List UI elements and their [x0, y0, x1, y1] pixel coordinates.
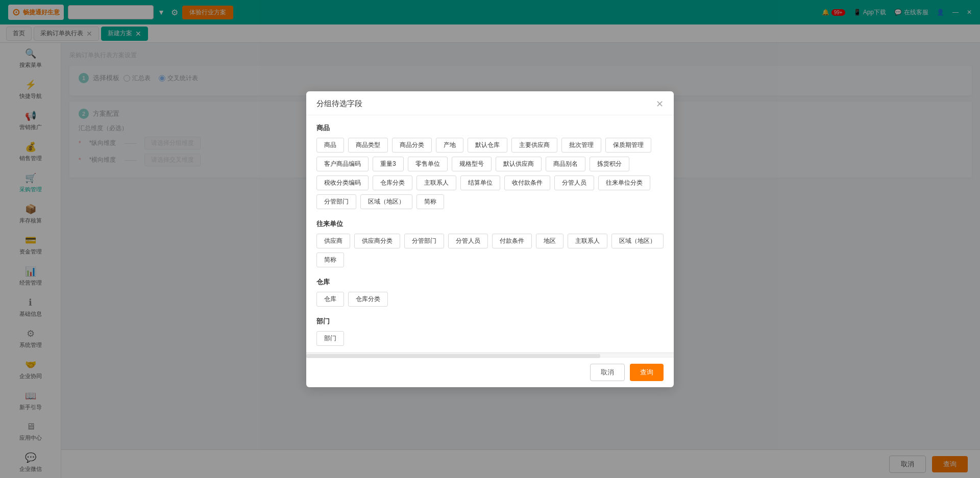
modal-overlay: 分组待选字段 ✕ 商品 商品 商品类型 商品分类 产地 默认仓库 主要供应商 批… — [0, 0, 980, 478]
field-product-category[interactable]: 商品分类 — [392, 138, 432, 153]
field-settlement-unit[interactable]: 结算单位 — [460, 175, 500, 190]
field-partner-region[interactable]: 区域（地区） — [611, 234, 664, 248]
field-abbr-product[interactable]: 简称 — [416, 194, 444, 209]
field-partner-category[interactable]: 往来单位分类 — [598, 175, 650, 190]
section-warehouse: 仓库 仓库 仓库分类 — [316, 278, 664, 307]
field-main-supplier[interactable]: 主要供应商 — [511, 138, 557, 153]
field-dept[interactable]: 分管部门 — [316, 194, 356, 209]
warehouse-fields: 仓库 仓库分类 — [316, 292, 664, 307]
partner-fields: 供应商 供应商分类 分管部门 分管人员 付款条件 地区 主联系人 区域（地区） … — [316, 234, 664, 267]
field-spec-model[interactable]: 规格型号 — [452, 157, 492, 171]
field-supplier-category[interactable]: 供应商分类 — [354, 234, 400, 248]
field-partner-person[interactable]: 分管人员 — [448, 234, 488, 248]
field-weight3[interactable]: 重量3 — [373, 157, 404, 171]
field-supervisor[interactable]: 分管人员 — [554, 175, 594, 190]
field-default-warehouse[interactable]: 默认仓库 — [468, 138, 507, 153]
field-tax-code[interactable]: 税收分类编码 — [316, 175, 369, 190]
field-area[interactable]: 地区 — [536, 234, 564, 248]
modal-body[interactable]: 商品 商品 商品类型 商品分类 产地 默认仓库 主要供应商 批次管理 保质期管理… — [306, 115, 674, 353]
modal-close-btn[interactable]: ✕ — [656, 98, 664, 110]
section-partner-title: 往来单位 — [316, 219, 664, 229]
section-dept: 部门 部门 — [316, 317, 664, 346]
field-pick-score[interactable]: 拣货积分 — [590, 157, 629, 171]
field-warehouse-category[interactable]: 仓库分类 — [373, 175, 412, 190]
section-partner: 往来单位 供应商 供应商分类 分管部门 分管人员 付款条件 地区 主联系人 区域… — [316, 219, 664, 267]
dept-fields: 部门 — [316, 331, 664, 346]
field-main-contact[interactable]: 主联系人 — [416, 175, 456, 190]
field-payment-condition[interactable]: 收付款条件 — [504, 175, 550, 190]
field-customer-code[interactable]: 客户商品编码 — [316, 157, 369, 171]
section-product: 商品 商品 商品类型 商品分类 产地 默认仓库 主要供应商 批次管理 保质期管理… — [316, 123, 664, 209]
field-product-alias[interactable]: 商品别名 — [546, 157, 585, 171]
field-department[interactable]: 部门 — [316, 331, 344, 346]
field-default-supplier[interactable]: 默认供应商 — [496, 157, 542, 171]
field-partner-dept[interactable]: 分管部门 — [404, 234, 444, 248]
modal-footer: 取消 查询 — [306, 357, 674, 387]
field-product-type[interactable]: 商品类型 — [348, 138, 388, 153]
field-origin[interactable]: 产地 — [436, 138, 463, 153]
field-warehouse[interactable]: 仓库 — [316, 292, 344, 307]
field-region-product[interactable]: 区域（地区） — [360, 194, 412, 209]
modal-dialog: 分组待选字段 ✕ 商品 商品 商品类型 商品分类 产地 默认仓库 主要供应商 批… — [306, 91, 674, 387]
modal-confirm-btn[interactable]: 查询 — [630, 364, 664, 381]
field-product[interactable]: 商品 — [316, 138, 344, 153]
modal-title: 分组待选字段 — [316, 99, 362, 109]
modal-cancel-btn[interactable]: 取消 — [590, 364, 625, 381]
product-fields: 商品 商品类型 商品分类 产地 默认仓库 主要供应商 批次管理 保质期管理 客户… — [316, 138, 664, 209]
field-supplier[interactable]: 供应商 — [316, 234, 350, 248]
field-partner-contact[interactable]: 主联系人 — [568, 234, 607, 248]
field-batch-mgmt[interactable]: 批次管理 — [561, 138, 601, 153]
field-warehouse-cat[interactable]: 仓库分类 — [348, 292, 388, 307]
section-dept-title: 部门 — [316, 317, 664, 326]
field-expiry-mgmt[interactable]: 保质期管理 — [605, 138, 651, 153]
modal-header: 分组待选字段 ✕ — [306, 91, 674, 115]
field-retail-unit[interactable]: 零售单位 — [408, 157, 448, 171]
field-partner-abbr[interactable]: 简称 — [316, 253, 344, 267]
section-product-title: 商品 — [316, 123, 664, 133]
section-warehouse-title: 仓库 — [316, 278, 664, 287]
field-payment-term[interactable]: 付款条件 — [492, 234, 532, 248]
modal-hscroll[interactable] — [306, 353, 674, 357]
